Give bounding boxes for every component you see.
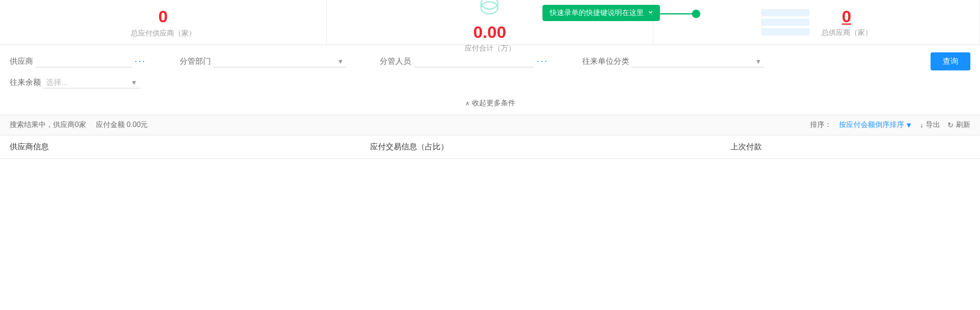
department-select-wrapper: ▼ bbox=[213, 55, 346, 67]
filter-unit-category: 往来单位分类 ▼ bbox=[582, 55, 764, 67]
supplier-count-text: 搜索结果中，供应商0家 bbox=[10, 120, 86, 130]
stats-bar: 0 总应付供应商（家） 0.00 应付合计（万） 0 总供应 bbox=[0, 0, 980, 45]
stat-total-suppliers: 0 总供应商（家） bbox=[653, 0, 980, 45]
supplier-input[interactable] bbox=[36, 55, 132, 67]
unit-category-input[interactable] bbox=[632, 55, 764, 67]
filter-bar: 供应商 ··· 分管部门 ▼ 分管人员 ··· 往来单位分类 bbox=[0, 45, 980, 115]
table-col2-header: 应付交易信息（占比） bbox=[370, 141, 730, 152]
payable-total-label: 应付合计（万） bbox=[465, 43, 515, 54]
tooltip-line bbox=[645, 13, 693, 14]
person-dots[interactable]: ··· bbox=[536, 56, 548, 67]
tooltip-dot bbox=[692, 10, 700, 18]
table-body bbox=[0, 159, 980, 310]
refresh-label: 刷新 bbox=[956, 120, 970, 130]
table-header: 供应商信息 应付交易信息（占比） 上次付款 bbox=[0, 135, 980, 159]
results-actions: 排序： 按应付会额倒序排序 ▼ ↓ 导出 ↻ 刷新 bbox=[810, 120, 970, 130]
payable-supplier-count: 0 bbox=[159, 7, 168, 27]
refresh-icon: ↻ bbox=[947, 121, 953, 129]
sort-label: 排序： bbox=[810, 120, 832, 130]
table-col1-header: 供应商信息 bbox=[10, 141, 370, 152]
stat-total-payable-suppliers: 0 总应付供应商（家） bbox=[0, 0, 327, 45]
sort-caret-icon: ▼ bbox=[905, 121, 912, 129]
person-label: 分管人员 bbox=[380, 56, 411, 67]
sort-option-text: 按应付会额倒序排序 bbox=[839, 120, 904, 130]
tooltip-text: 快速录单的快捷键说明在这里 bbox=[550, 8, 644, 18]
table-col3-header: 上次付款 bbox=[730, 141, 971, 152]
payable-supplier-label: 总应付供应商（家） bbox=[131, 28, 196, 39]
collapse-button[interactable]: ∧ 收起更多条件 bbox=[10, 95, 970, 114]
total-supplier-label: 总供应商（家） bbox=[821, 28, 872, 38]
export-icon: ↓ bbox=[920, 121, 923, 129]
results-info: 搜索结果中，供应商0家 应付金额 0.00元 bbox=[10, 120, 148, 130]
export-button[interactable]: ↓ 导出 bbox=[920, 120, 940, 130]
collapse-label: 收起更多条件 bbox=[472, 98, 515, 108]
filter-balance: 往来余额 ▼ bbox=[10, 76, 140, 88]
balance-select[interactable] bbox=[43, 76, 140, 88]
filter-row-1: 供应商 ··· 分管部门 ▼ 分管人员 ··· 往来单位分类 bbox=[10, 52, 970, 70]
query-button[interactable]: 查询 bbox=[931, 52, 970, 70]
total-supplier-count[interactable]: 0 bbox=[842, 7, 852, 27]
unit-category-label: 往来单位分类 bbox=[582, 56, 629, 67]
results-bar: 搜索结果中，供应商0家 应付金额 0.00元 排序： 按应付会额倒序排序 ▼ ↓… bbox=[0, 115, 980, 135]
refresh-button[interactable]: ↻ 刷新 bbox=[947, 120, 970, 130]
chevron-up-icon: ∧ bbox=[465, 100, 470, 107]
unit-category-select-wrapper: ▼ bbox=[632, 55, 764, 67]
payable-total-number: 0.00 bbox=[473, 22, 506, 43]
person-input[interactable] bbox=[413, 55, 534, 67]
payable-amount-text: 应付金额 0.00元 bbox=[96, 120, 148, 130]
filter-row-2: 往来余额 ▼ bbox=[10, 76, 970, 88]
sort-select[interactable]: 按应付会额倒序排序 ▼ bbox=[839, 120, 912, 130]
export-label: 导出 bbox=[926, 120, 940, 130]
supplier-dots[interactable]: ··· bbox=[134, 56, 146, 67]
filter-department: 分管部门 ▼ bbox=[180, 55, 346, 67]
shortcut-tooltip: 快速录单的快捷键说明在这里 × bbox=[542, 5, 660, 21]
filter-supplier: 供应商 ··· bbox=[10, 55, 146, 67]
filter-person: 分管人员 ··· bbox=[380, 55, 548, 67]
coin-icon bbox=[476, 0, 503, 20]
supplier-label: 供应商 bbox=[10, 56, 33, 67]
department-label: 分管部门 bbox=[180, 56, 211, 67]
balance-select-wrapper: ▼ bbox=[43, 76, 140, 88]
right-icon-placeholder bbox=[761, 9, 809, 36]
balance-label: 往来余额 bbox=[10, 77, 41, 88]
department-input[interactable] bbox=[213, 55, 346, 67]
